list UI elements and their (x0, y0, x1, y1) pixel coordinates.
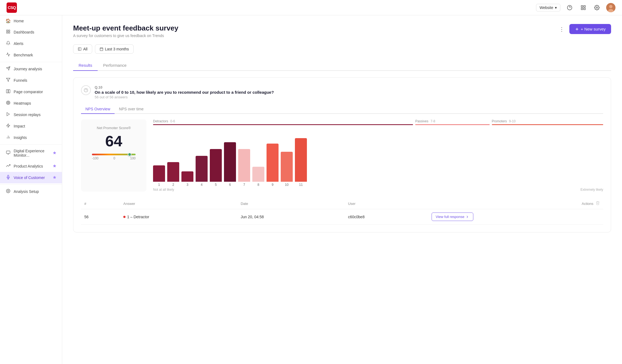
voice-of-customer-icon (5, 175, 11, 180)
question-card: Q.10 On a scale of 0 to 10, how likely a… (73, 77, 611, 232)
filter-date-label: Last 3 months (105, 47, 129, 51)
app-logo: CSQ (7, 2, 17, 13)
table-row: 56 1 – Detractor Jun 20, 04:58 c60c0be8 (81, 209, 603, 225)
help-icon[interactable] (565, 3, 574, 12)
sidebar-label-insights: Insights (14, 135, 27, 140)
view-full-response-button[interactable]: View full response (432, 213, 473, 221)
filter-date-button[interactable]: Last 3 months (95, 44, 134, 54)
sidebar-label-benchmark: Benchmark (14, 53, 33, 57)
promoters-range: 9-10 (509, 119, 516, 123)
nps-tab-overview[interactable]: NPS Overview (81, 105, 115, 114)
page-header-left: Meet-up event feedback survey A survey f… (73, 24, 178, 38)
sidebar-label-comparator: Page comparator (14, 90, 43, 94)
x-label-4: 4 (196, 183, 208, 187)
sidebar-item-digital-experience[interactable]: Digital Experience Monitor... (0, 146, 62, 160)
svg-point-19 (8, 102, 9, 103)
user-avatar[interactable] (606, 3, 615, 12)
bar-8-rect (252, 167, 264, 182)
svg-rect-2 (581, 5, 583, 7)
sidebar-label-product: Product Analytics (14, 164, 43, 168)
svg-rect-16 (8, 90, 10, 93)
sidebar-item-product-analytics[interactable]: Product Analytics (0, 160, 62, 172)
main-tabs: Results Performance (73, 60, 611, 71)
app-body: 🏠 Home Dashboards Alerts Benchmark (0, 15, 622, 364)
sidebar-label-dashboards: Dashboards (14, 30, 34, 34)
col-header-user: User (345, 198, 428, 209)
header-actions: ⋮ + New survey (557, 24, 611, 34)
svg-rect-5 (584, 8, 585, 10)
passives-label: Passives (415, 119, 428, 123)
sidebar-item-heatmaps[interactable]: Heatmaps (0, 98, 62, 109)
digital-experience-badge (53, 151, 56, 156)
x-axis-labels: 1 2 3 4 5 6 7 8 9 10 11 (153, 183, 603, 187)
svg-point-30 (8, 190, 9, 192)
dashboards-icon (5, 29, 11, 35)
product-analytics-icon (5, 163, 11, 169)
sidebar-label-heatmaps: Heatmaps (14, 101, 31, 105)
x-note-right: Extremely likely (581, 188, 603, 192)
sidebar-item-alerts[interactable]: Alerts (0, 38, 62, 49)
gauge-min-label: -100 (92, 156, 98, 160)
more-menu-button[interactable]: ⋮ (557, 25, 566, 34)
answer-badge: 1 – Detractor (123, 215, 234, 219)
heatmaps-icon (5, 101, 11, 106)
nps-score-value: 64 (105, 132, 122, 150)
row-answer: 1 – Detractor (120, 209, 237, 225)
website-selector[interactable]: Website ▾ (536, 4, 560, 11)
question-meta: 56 out of 56 answers (95, 95, 274, 99)
filters-bar: All Last 3 months (73, 44, 611, 54)
view-response-label: View full response (436, 215, 464, 219)
tab-performance[interactable]: Performance (98, 60, 132, 71)
sidebar-label-session: Session replays (14, 113, 41, 117)
nps-gauge: -100 0 100 (92, 154, 136, 160)
sidebar-item-analysis-setup[interactable]: Analysis Setup (0, 186, 62, 197)
gauge-max-label: 100 (130, 156, 136, 160)
filter-all-button[interactable]: All (73, 44, 92, 54)
bar-5 (210, 149, 222, 182)
question-id: Q.10 (95, 85, 274, 89)
product-analytics-badge (53, 164, 56, 169)
svg-rect-15 (6, 90, 8, 93)
sidebar-item-page-comparator[interactable]: Page comparator (0, 86, 62, 98)
sidebar-divider-2 (0, 144, 62, 145)
delete-all-icon[interactable] (596, 201, 600, 206)
insights-icon (5, 135, 11, 140)
grid-icon[interactable] (579, 3, 588, 12)
sidebar-item-session-replays[interactable]: Session replays (0, 109, 62, 120)
bar-7-rect (238, 149, 250, 182)
nps-score-label: Net Promoter Score® (97, 126, 131, 130)
tab-results[interactable]: Results (73, 60, 98, 71)
page-subtitle: A survey for customers to give us feedba… (73, 34, 178, 38)
nps-tab-over-time[interactable]: NPS over time (115, 105, 148, 114)
svg-rect-35 (100, 48, 103, 51)
home-icon: 🏠 (5, 18, 11, 23)
sidebar-divider-1 (0, 62, 62, 62)
svg-marker-21 (7, 124, 10, 127)
row-num: 56 (81, 209, 120, 225)
new-survey-label: + New survey (581, 27, 606, 31)
sidebar-item-benchmark[interactable]: Benchmark (0, 49, 62, 61)
new-survey-button[interactable]: + New survey (569, 24, 611, 34)
row-actions: View full response (428, 209, 603, 225)
answer-text: 1 – Detractor (127, 215, 149, 219)
sidebar-item-funnels[interactable]: Funnels (0, 75, 62, 86)
impact-icon (5, 123, 11, 129)
question-header: Q.10 On a scale of 0 to 10, how likely a… (81, 85, 603, 99)
analysis-setup-icon (5, 189, 11, 194)
sidebar-label-journey: Journey analysis (14, 67, 42, 71)
bar-10 (281, 152, 293, 182)
sidebar-item-home[interactable]: 🏠 Home (0, 15, 62, 26)
sidebar-item-voice-of-customer[interactable]: Voice of Customer (0, 172, 62, 183)
sidebar-item-impact[interactable]: Impact (0, 120, 62, 132)
sidebar-label-digital: Digital Experience Monitor... (14, 149, 50, 157)
sidebar-item-journey-analysis[interactable]: Journey analysis (0, 63, 62, 75)
settings-icon[interactable] (593, 3, 601, 12)
bar-4 (196, 156, 208, 182)
bar-2-rect (167, 162, 179, 182)
answer-dot-red (123, 216, 125, 218)
page-header: Meet-up event feedback survey A survey f… (73, 24, 611, 38)
sidebar-item-insights[interactable]: Insights (0, 132, 62, 143)
sidebar-item-dashboards[interactable]: Dashboards (0, 26, 62, 38)
detractors-line (153, 124, 413, 125)
svg-rect-12 (7, 32, 8, 33)
